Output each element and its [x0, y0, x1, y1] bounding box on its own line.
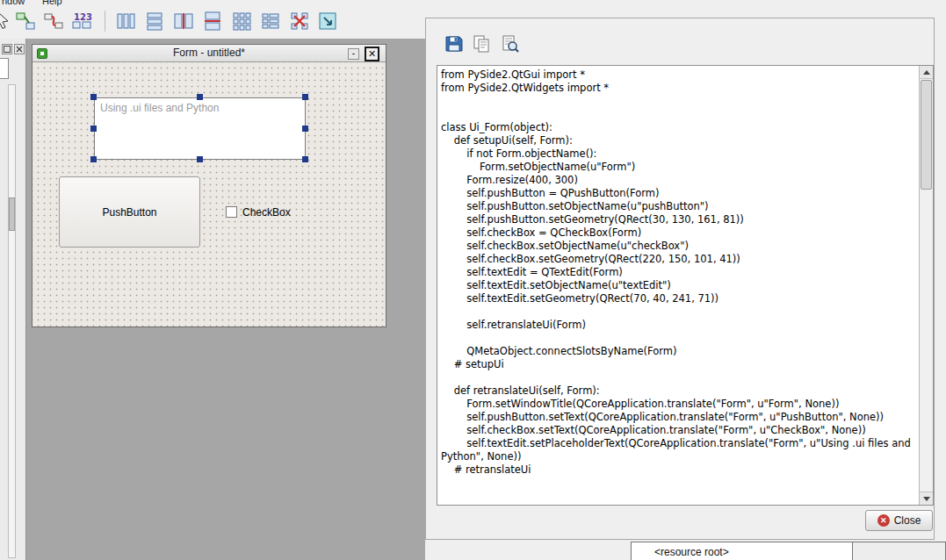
selection-handle-bottom-center[interactable]: [197, 156, 203, 162]
edit-buddies-icon[interactable]: [42, 10, 65, 32]
edit-widgets-icon[interactable]: [0, 10, 14, 32]
selection-handle-bottom-right[interactable]: [302, 156, 308, 162]
checkbox-label: CheckBox: [242, 206, 291, 219]
save-button[interactable]: [444, 33, 465, 54]
float-icon: [4, 46, 11, 53]
layout-split-vertical-icon[interactable]: [201, 10, 224, 32]
form-editor-window: Form - untitled* - ✕ Using .ui files and…: [32, 44, 386, 327]
qt-designer-window: ndow Help 123: [0, 0, 946, 560]
layout-vertical-icon[interactable]: [143, 10, 166, 32]
edit-signals-slots-icon[interactable]: [14, 10, 37, 32]
form-canvas[interactable]: Using .ui files and Python PushButton Ch…: [32, 62, 386, 327]
minimize-button[interactable]: -: [348, 48, 359, 60]
layout-form-icon[interactable]: [259, 10, 282, 32]
close-button-label: Close: [894, 514, 921, 527]
arrow-up-icon: [923, 70, 930, 75]
scroll-up-button[interactable]: [920, 66, 933, 79]
textedit-widget[interactable]: Using .ui files and Python: [94, 97, 306, 160]
resource-side-panel: [852, 542, 946, 560]
close-icon: [16, 46, 23, 53]
selection-handle-mid-right[interactable]: [302, 126, 308, 132]
copy-button[interactable]: [471, 33, 492, 54]
dialog-close-icon: ✕: [877, 514, 890, 527]
form-window-title: Form - untitled*: [32, 45, 386, 61]
widget-filter-input[interactable]: [0, 58, 9, 79]
resource-root-item[interactable]: <resource root>: [654, 546, 852, 558]
layout-horizontal-icon[interactable]: [114, 10, 137, 32]
code-view[interactable]: from PySide2.QtGui import * from PySide2…: [437, 65, 934, 506]
main-toolbar: 123: [0, 5, 423, 39]
scrollbar-thumb[interactable]: [921, 80, 932, 190]
widget-box-dock: [0, 39, 26, 560]
selection-handle-top-left[interactable]: [90, 94, 97, 100]
checkbox-widget[interactable]: CheckBox: [226, 194, 314, 230]
selection-handle-bottom-left[interactable]: [90, 156, 97, 162]
svg-text:123: 123: [74, 12, 92, 22]
resource-browser: <resource root>: [631, 542, 853, 560]
preview-icon: [500, 33, 521, 54]
checkbox-indicator[interactable]: [226, 206, 237, 218]
widget-box-scrollbar[interactable]: [8, 84, 16, 558]
dialog-close-button[interactable]: ✕ Close: [865, 510, 933, 531]
code-vertical-scrollbar[interactable]: [919, 66, 933, 505]
code-preview-dialog: from PySide2.QtGui import * from PySide2…: [425, 18, 935, 540]
layout-grid-icon[interactable]: [230, 10, 253, 32]
window-close-button[interactable]: ✕: [365, 47, 379, 61]
pushbutton-widget[interactable]: PushButton: [59, 176, 200, 248]
break-layout-icon[interactable]: [288, 10, 311, 32]
adjust-size-icon[interactable]: [316, 10, 339, 32]
textedit-placeholder: Using .ui files and Python: [100, 102, 300, 114]
dock-close-button[interactable]: [14, 44, 25, 54]
form-icon: [37, 48, 47, 59]
layout-split-horizontal-icon[interactable]: [172, 10, 195, 32]
dock-float-button[interactable]: [2, 44, 12, 54]
save-icon: [444, 33, 465, 54]
selection-handle-top-center[interactable]: [197, 94, 203, 100]
toolbar-separator: [105, 11, 105, 32]
scroll-down-button[interactable]: [920, 492, 933, 505]
preview-button[interactable]: [500, 33, 521, 54]
copy-icon: [471, 33, 492, 54]
arrow-down-icon: [923, 497, 930, 501]
selection-handle-mid-left[interactable]: [90, 126, 97, 132]
form-window-titlebar[interactable]: Form - untitled* - ✕: [32, 45, 386, 62]
code-text[interactable]: from PySide2.QtGui import * from PySide2…: [437, 66, 919, 505]
widget-box-scrollbar-thumb[interactable]: [9, 197, 15, 231]
edit-tab-order-icon[interactable]: 123: [70, 10, 93, 32]
selection-handle-top-right[interactable]: [302, 94, 308, 100]
